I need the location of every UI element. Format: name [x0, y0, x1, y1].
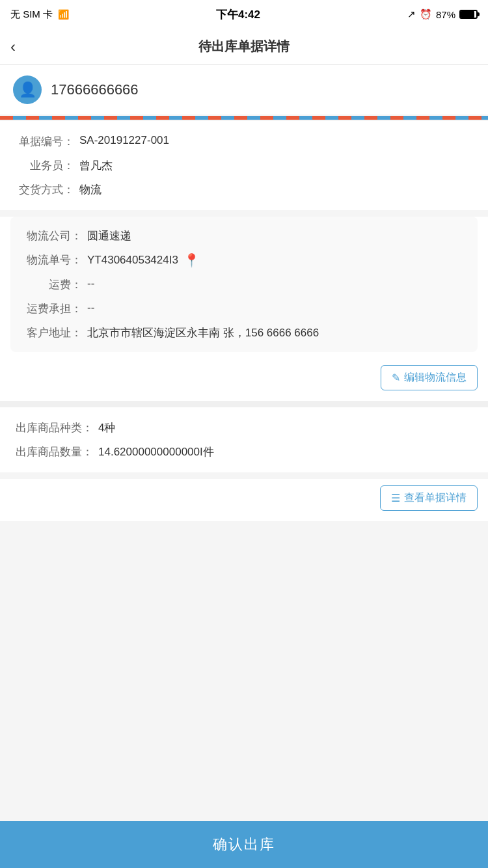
status-left: 无 SIM 卡 📶	[10, 8, 69, 21]
location-icon: ↗	[407, 8, 416, 20]
goods-quantity-label: 出库商品数量：	[16, 444, 93, 459]
logistics-company-value: 圆通速递	[87, 228, 465, 243]
document-number-label: 单据编号：	[16, 134, 74, 149]
goods-types-row: 出库商品种类： 4种	[16, 420, 472, 435]
logistics-company-row: 物流公司： 圆通速递	[23, 228, 465, 243]
view-btn-row: ☰ 查看单据详情	[0, 479, 488, 521]
freight-bearer-label: 运费承担：	[23, 301, 82, 316]
address-row: 客户地址： 北京市市辖区海淀区永丰南 张，156 6666 6666	[23, 325, 465, 340]
freight-bearer-row: 运费承担： --	[23, 301, 465, 316]
avatar-icon: 👤	[19, 81, 36, 98]
logistics-company-label: 物流公司：	[23, 228, 82, 243]
freight-value: --	[87, 277, 465, 290]
avatar: 👤	[13, 75, 42, 104]
page-title: 待出库单据详情	[198, 38, 290, 55]
salesman-value: 曾凡杰	[79, 158, 472, 173]
logistics-wrapper: 物流公司： 圆通速递 物流单号： YT43064053424I3 📍 运费： -…	[0, 217, 488, 401]
view-icon: ☰	[391, 492, 400, 504]
main-content: 👤 17666666666 单据编号： SA-20191227-001 业务员：…	[0, 65, 488, 651]
view-btn-label: 查看单据详情	[404, 491, 467, 505]
logistics-tracking-label: 物流单号：	[23, 252, 82, 267]
status-bar: 无 SIM 卡 📶 下午4:42 ↗ ⏰ 87%	[0, 0, 488, 29]
logistics-tracking-value: YT43064053424I3 📍	[87, 252, 465, 268]
document-number-value: SA-20191227-001	[79, 134, 472, 147]
nav-bar: ‹ 待出库单据详情	[0, 29, 488, 65]
address-value: 北京市市辖区海淀区永丰南 张，156 6666 6666	[87, 325, 465, 340]
edit-btn-label: 编辑物流信息	[404, 371, 467, 385]
edit-icon: ✎	[392, 372, 400, 384]
salesman-label: 业务员：	[16, 158, 74, 173]
view-details-button[interactable]: ☰ 查看单据详情	[380, 485, 478, 511]
goods-quantity-row: 出库商品数量： 14.62000000000000I件	[16, 444, 472, 459]
carrier-text: 无 SIM 卡	[10, 8, 53, 21]
wifi-icon: 📶	[58, 9, 69, 20]
edit-logistics-button[interactable]: ✎ 编辑物流信息	[381, 365, 478, 390]
tracking-number-text: YT43064053424I3	[87, 254, 178, 267]
dashed-divider	[0, 116, 488, 120]
map-pin-icon[interactable]: 📍	[183, 252, 200, 268]
delivery-value: 物流	[79, 182, 472, 197]
freight-label: 运费：	[23, 277, 82, 292]
freight-row: 运费： --	[23, 277, 465, 292]
customer-header: 👤 17666666666	[0, 65, 488, 115]
confirm-btn-bar[interactable]: 确认出库	[0, 821, 488, 868]
status-time: 下午4:42	[216, 7, 260, 22]
confirm-btn-label: 确认出库	[213, 835, 275, 854]
status-right: ↗ ⏰ 87%	[407, 8, 478, 20]
goods-types-value: 4种	[98, 420, 115, 435]
customer-phone: 17666666666	[51, 81, 139, 98]
section-divider-1	[0, 401, 488, 407]
document-number-row: 单据编号： SA-20191227-001	[16, 134, 472, 149]
back-button[interactable]: ‹	[10, 38, 16, 56]
alarm-icon: ⏰	[420, 8, 432, 20]
delivery-row: 交货方式： 物流	[16, 182, 472, 197]
salesman-row: 业务员： 曾凡杰	[16, 158, 472, 173]
freight-bearer-value: --	[87, 301, 465, 314]
battery-icon	[459, 10, 478, 19]
goods-quantity-value: 14.62000000000000I件	[98, 444, 214, 459]
goods-section: 出库商品种类： 4种 出库商品数量： 14.62000000000000I件	[0, 407, 488, 472]
document-info-section: 单据编号： SA-20191227-001 业务员： 曾凡杰 交货方式： 物流	[0, 121, 488, 210]
delivery-label: 交货方式：	[16, 182, 74, 197]
bottom-spacer	[0, 521, 488, 599]
address-label: 客户地址：	[23, 325, 82, 340]
goods-types-label: 出库商品种类：	[16, 420, 93, 435]
edit-btn-row: ✎ 编辑物流信息	[0, 359, 488, 401]
battery-text: 87%	[436, 9, 455, 20]
logistics-card: 物流公司： 圆通速递 物流单号： YT43064053424I3 📍 运费： -…	[10, 217, 478, 352]
logistics-tracking-row: 物流单号： YT43064053424I3 📍	[23, 252, 465, 268]
